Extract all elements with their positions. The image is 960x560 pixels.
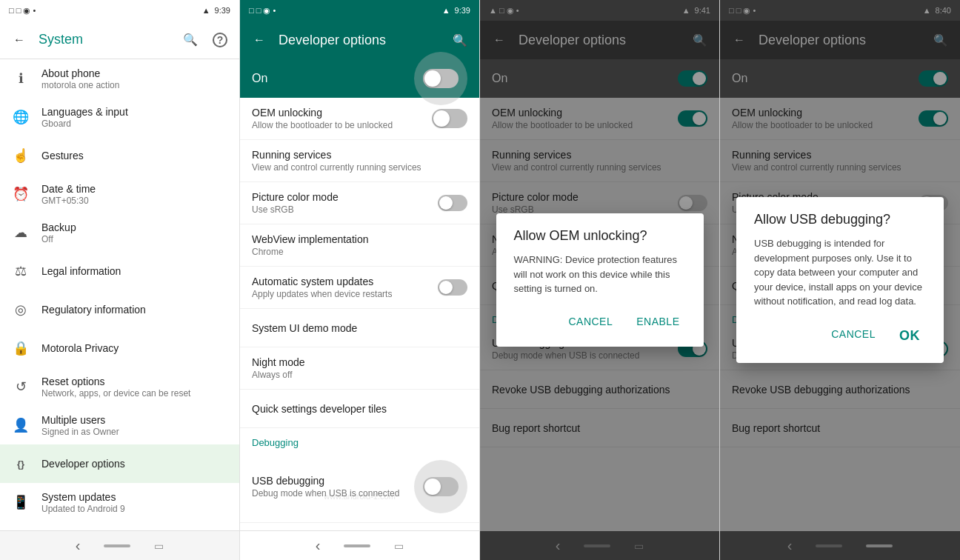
legal-icon: ⚖ xyxy=(12,262,30,280)
oem-sub: Allow the bootloader to be unlocked xyxy=(252,120,432,130)
datetime-label: Date & time xyxy=(41,183,227,195)
languages-icon: 🌐 xyxy=(12,108,30,126)
systemupdate-icon: 📱 xyxy=(12,493,30,511)
dev-item-usbdebug[interactable]: USB debugging Debug mode when USB is con… xyxy=(240,451,479,523)
color-toggle-thumb xyxy=(439,196,453,210)
settings-item-regulatory[interactable]: ◎ Regulatory information xyxy=(0,290,239,329)
usb-toggle-circle xyxy=(414,460,467,513)
backup-sub: Off xyxy=(41,234,227,244)
settings-item-languages[interactable]: 🌐 Languages & input Gboard xyxy=(0,98,239,136)
regulatory-icon: ◎ xyxy=(12,301,30,319)
search-button[interactable]: 🔍 xyxy=(180,30,201,50)
status-bar-middle: □ □ ◉ • ▲ 9:39 xyxy=(240,0,479,21)
main-toggle[interactable] xyxy=(423,69,459,88)
webview-sub: Chrome xyxy=(252,247,467,257)
help-button[interactable]: ? xyxy=(210,30,230,50)
dev-item-color[interactable]: Picture color mode Use sRGB xyxy=(240,182,479,224)
status-icons-left: □ □ ◉ • xyxy=(9,6,36,16)
color-toggle[interactable] xyxy=(438,195,467,211)
settings-item-privacy[interactable]: 🔒 Motorola Privacy xyxy=(0,329,239,367)
dev-item-autoupdate[interactable]: Automatic system updates Apply updates w… xyxy=(240,267,479,309)
nav-recents-left[interactable]: ▭ xyxy=(154,540,164,552)
demo-label: System UI demo mode xyxy=(252,322,467,334)
status-icons-middle-right: ▲ 9:39 xyxy=(442,6,470,15)
time-display: 9:39 xyxy=(215,6,230,15)
nav-bar-middle: ‹ ▭ xyxy=(240,530,479,560)
notification-icons: □ □ ◉ • xyxy=(9,6,36,16)
nav-back-middle[interactable]: ‹ xyxy=(316,537,321,554)
on-toggle-container xyxy=(414,52,467,105)
settings-item-legal[interactable]: ⚖ Legal information xyxy=(0,252,239,290)
about-icon: ℹ xyxy=(12,70,30,87)
reset-sub: Network, apps, or device can be reset xyxy=(41,388,227,399)
developer-settings-list: OEM unlocking Allow the bootloader to be… xyxy=(240,98,479,530)
developer-icon: {} xyxy=(12,455,30,473)
usbdebug-toggle[interactable] xyxy=(423,477,459,496)
oem-enable-button[interactable]: Enable xyxy=(630,311,685,332)
on-label: On xyxy=(252,72,267,85)
system-settings-list: ℹ About phone motorola one action 🌐 Lang… xyxy=(0,59,239,530)
dev-item-quicktiles[interactable]: Quick settings developer tiles xyxy=(240,390,479,428)
dev-item-nightmode[interactable]: Night mode Always off xyxy=(240,347,479,390)
debugging-section-label: Debugging xyxy=(240,428,479,451)
page-title-system: System xyxy=(39,32,171,47)
system-settings-panel: □ □ ◉ • ▲ 9:39 ← System 🔍 ? ℹ About phon… xyxy=(0,0,240,560)
back-button-middle[interactable]: ← xyxy=(249,30,270,50)
autoupdate-toggle-thumb xyxy=(439,281,453,294)
nav-home-middle[interactable] xyxy=(344,544,370,547)
settings-item-datetime[interactable]: ⏰ Date & time GMT+05:30 xyxy=(0,175,239,213)
oem-toggle-thumb xyxy=(433,110,450,127)
on-bar: On xyxy=(240,59,479,98)
nav-recents-middle[interactable]: ▭ xyxy=(394,540,404,552)
autoupdate-toggle[interactable] xyxy=(438,279,467,296)
webview-label: WebView implementation xyxy=(252,233,467,245)
usb-ok-button[interactable]: OK xyxy=(893,324,926,348)
dev-item-running[interactable]: Running services View and control curren… xyxy=(240,140,479,182)
oem-label: OEM unlocking xyxy=(252,107,432,119)
running-sub: View and control currently running servi… xyxy=(252,162,467,173)
dev-item-revokeusb[interactable]: Revoke USB debugging authorizations xyxy=(240,523,479,530)
running-label: Running services xyxy=(252,149,467,161)
nav-home-left[interactable] xyxy=(104,544,130,547)
systemupdate-sub: Updated to Android 9 xyxy=(41,504,227,514)
reset-icon: ↺ xyxy=(12,378,30,396)
dev-item-webview[interactable]: WebView implementation Chrome xyxy=(240,224,479,267)
usbdebug-label: USB debugging xyxy=(252,475,414,487)
settings-item-backup[interactable]: ☁ Backup Off xyxy=(0,213,239,252)
dev-item-demo[interactable]: System UI demo mode xyxy=(240,309,479,347)
nav-back-left[interactable]: ‹ xyxy=(76,537,81,554)
settings-item-gestures[interactable]: ☝ Gestures xyxy=(0,136,239,175)
backup-icon: ☁ xyxy=(12,224,30,241)
gestures-icon: ☝ xyxy=(12,147,30,164)
oem-toggle[interactable] xyxy=(432,109,467,128)
autoupdate-sub: Apply updates when device restarts xyxy=(252,289,438,299)
autoupdate-label: Automatic system updates xyxy=(252,276,438,287)
settings-item-about[interactable]: ℹ About phone motorola one action xyxy=(0,59,239,98)
usb-cancel-button[interactable]: Cancel xyxy=(825,324,881,348)
back-button[interactable]: ← xyxy=(9,30,30,50)
multiusers-icon: 👤 xyxy=(12,416,30,434)
oem-dialog-actions: Cancel Enable xyxy=(514,311,686,332)
privacy-label: Motorola Privacy xyxy=(41,342,227,354)
status-bar-left: □ □ ◉ • ▲ 9:39 xyxy=(0,0,239,21)
quicktiles-label: Quick settings developer tiles xyxy=(252,403,467,415)
systemupdate-label: System updates xyxy=(41,491,227,503)
oem-dialog-title: Allow OEM unlocking? xyxy=(514,228,686,244)
developer-label: Developer options xyxy=(41,458,227,470)
developer-options-panel: □ □ ◉ • ▲ 9:39 ← Developer options 🔍 On xyxy=(240,0,480,560)
usb-dialog-overlay: Allow USB debugging? USB debugging is in… xyxy=(720,0,960,560)
about-sub: motorola one action xyxy=(41,80,227,90)
oem-cancel-button[interactable]: Cancel xyxy=(562,311,619,332)
about-label: About phone xyxy=(41,67,227,79)
search-button-middle[interactable]: 🔍 xyxy=(450,30,470,50)
settings-item-reset[interactable]: ↺ Reset options Network, apps, or device… xyxy=(0,367,239,406)
oem-dialog-overlay: Allow OEM unlocking? WARNING: Device pro… xyxy=(480,0,719,560)
settings-item-multiusers[interactable]: 👤 Multiple users Signed in as Owner xyxy=(0,406,239,444)
legal-label: Legal information xyxy=(41,265,227,277)
toggle-circle-bg xyxy=(414,52,467,105)
reset-label: Reset options xyxy=(41,376,227,387)
system-top-bar: ← System 🔍 ? xyxy=(0,21,239,59)
settings-item-developer[interactable]: {} Developer options xyxy=(0,444,239,483)
oem-dialog-body: WARNING: Device protection features will… xyxy=(514,253,686,296)
settings-item-systemupdate[interactable]: 📱 System updates Updated to Android 9 xyxy=(0,483,239,521)
